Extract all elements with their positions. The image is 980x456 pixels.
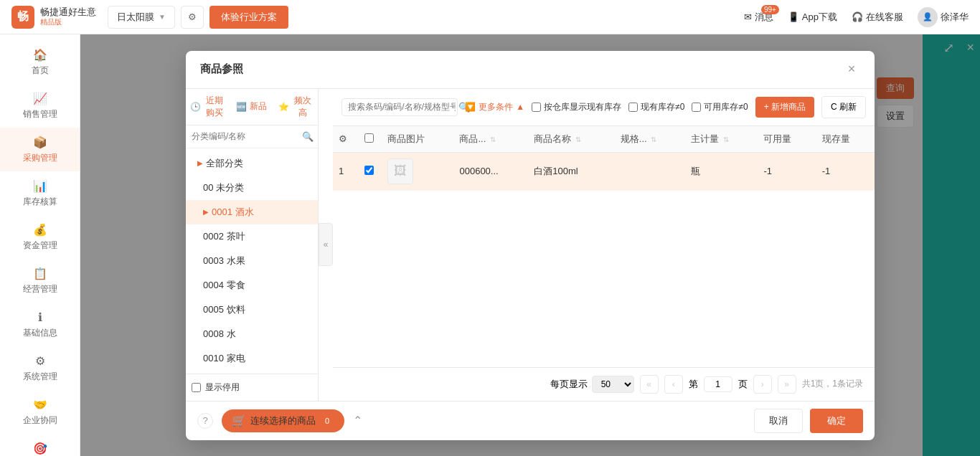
row-available-cell: -1 xyxy=(758,152,816,190)
warehouse-filter[interactable]: 按仓库显示现有库存 xyxy=(532,101,621,113)
col-stock-header[interactable]: 现存量 xyxy=(816,126,875,153)
footer-collapse-button[interactable]: ⌃ xyxy=(353,414,362,427)
show-disabled-checkbox[interactable] xyxy=(192,383,201,392)
sidebar-item-guide[interactable]: 🎯 新手引导 xyxy=(0,434,80,456)
cat-item-3[interactable]: 0003 水果 xyxy=(186,249,318,273)
available-filter[interactable]: 现有库存≠0 xyxy=(628,101,684,113)
warehouse-checkbox[interactable] xyxy=(532,103,541,112)
cat-item-1[interactable]: ▶ 0001 酒水 xyxy=(186,200,318,224)
usable-checkbox[interactable] xyxy=(692,103,701,112)
sidebar-item-inventory[interactable]: 📊 库存核算 xyxy=(0,171,80,215)
guide-icon: 🎯 xyxy=(33,441,47,455)
modal-body: 🕒 近期购买 🆕 新品 ⭐ 频次高 xyxy=(186,89,875,401)
avatar: 👤 xyxy=(918,7,938,27)
refresh-button[interactable]: C 刷新 xyxy=(821,96,866,118)
col-name-header[interactable]: 商品名称 ⇅ xyxy=(528,126,615,153)
frequent-tab[interactable]: ⭐ 频次高 xyxy=(274,89,318,125)
experience-btn[interactable]: 体验行业方案 xyxy=(209,6,288,29)
col-available-header[interactable]: 可用量 xyxy=(758,126,816,153)
col-spec-header[interactable]: 规格... ⇅ xyxy=(615,126,685,153)
messages-btn[interactable]: ✉ 消息 99+ xyxy=(744,11,773,24)
cat-item-2[interactable]: 0002 茶叶 xyxy=(186,224,318,249)
confirm-button[interactable]: 确定 xyxy=(810,409,863,433)
add-product-button[interactable]: + 新增商品 xyxy=(755,97,814,118)
help-button[interactable]: ? xyxy=(197,413,213,429)
cat-item-4[interactable]: 0004 零食 xyxy=(186,273,318,298)
modal-overlay: 商品参照 × 🕒 近期购买 🆕 xyxy=(80,34,980,456)
sidebar-item-system[interactable]: ⚙ 系统管理 xyxy=(0,346,80,390)
per-page-select[interactable]: 50100 xyxy=(592,376,634,393)
cat-item-0[interactable]: 00 未分类 xyxy=(186,176,318,200)
message-badge: 99+ xyxy=(761,5,779,14)
logo-area: 畅 畅捷通好生意 精品版 xyxy=(11,6,96,29)
cancel-button[interactable]: 取消 xyxy=(754,409,803,433)
sidebar-item-basic-info[interactable]: ℹ 基础信息 xyxy=(0,303,80,346)
cart-continuous-select-btn[interactable]: 🛒 连续选择的商品 0 xyxy=(222,409,344,432)
footer-action-buttons: 取消 确定 xyxy=(754,409,863,433)
logo-icon: 畅 xyxy=(11,6,34,29)
row-unit-cell: 瓶 xyxy=(685,152,758,190)
main-layout: 🏠 首页 📈 销售管理 📦 采购管理 📊 库存核算 💰 资金管理 📋 经营管理 … xyxy=(0,34,980,456)
cat-item-6[interactable]: 0008 水 xyxy=(186,322,318,346)
mobile-icon: 📱 xyxy=(788,11,799,22)
new-product-tab[interactable]: 🆕 新品 xyxy=(230,89,273,125)
sidebar-item-collab[interactable]: 🤝 企业协同 xyxy=(0,390,80,434)
more-filter-button[interactable]: 🔽 更多条件 ▲ xyxy=(465,101,524,113)
sidebar-item-home[interactable]: 🏠 首页 xyxy=(0,40,80,84)
row-checkbox-cell xyxy=(359,152,382,190)
recent-icon: 🕒 xyxy=(190,102,201,112)
sidebar-item-sales[interactable]: 📈 销售管理 xyxy=(0,84,80,128)
sort-spec-icon: ⇅ xyxy=(651,136,656,143)
modal-close-button[interactable]: × xyxy=(843,61,860,78)
row-spec-cell xyxy=(615,152,685,190)
sidebar-item-finance[interactable]: 💰 资金管理 xyxy=(0,215,80,259)
gear-button[interactable]: ⚙ xyxy=(181,6,204,29)
category-search-icon[interactable]: 🔍 xyxy=(302,131,314,142)
collapse-category-button[interactable]: « xyxy=(319,223,333,266)
user-menu[interactable]: 👤 徐泽华 xyxy=(918,7,969,27)
select-all-checkbox[interactable] xyxy=(364,133,374,143)
row-checkbox[interactable] xyxy=(364,166,374,175)
home-icon: 🏠 xyxy=(33,47,47,62)
sidebar-item-operations[interactable]: 📋 经营管理 xyxy=(0,259,80,303)
sidebar: 🏠 首页 📈 销售管理 📦 采购管理 📊 库存核算 💰 资金管理 📋 经营管理 … xyxy=(0,34,80,456)
col-code-header[interactable]: 商品... ⇅ xyxy=(453,126,528,153)
nav-right: ✉ 消息 99+ 📱 App下载 🎧 在线客服 👤 徐泽华 xyxy=(744,7,969,27)
row-name-cell: 白酒100ml xyxy=(528,152,615,190)
app-download-btn[interactable]: 📱 App下载 xyxy=(788,11,837,24)
new-icon: 🆕 xyxy=(236,102,247,112)
sort-unit-icon: ⇅ xyxy=(723,136,729,143)
next-page-button[interactable]: › xyxy=(753,375,772,394)
cat-item-7[interactable]: 0010 家电 xyxy=(186,346,318,371)
usable-filter[interactable]: 可用库存≠0 xyxy=(692,101,748,113)
sidebar-item-purchase[interactable]: 📦 采购管理 xyxy=(0,128,80,171)
last-page-button[interactable]: » xyxy=(778,375,796,394)
cat-item-all[interactable]: ▶ 全部分类 xyxy=(186,151,318,176)
col-settings[interactable]: ⚙ xyxy=(333,126,359,153)
category-search-input[interactable] xyxy=(192,131,299,141)
page-number-input[interactable] xyxy=(704,376,732,392)
modal-footer: ? 🛒 连续选择的商品 0 ⌃ 取消 确定 xyxy=(186,401,875,440)
prev-page-button[interactable]: ‹ xyxy=(664,375,683,394)
col-unit-header[interactable]: 主计量 ⇅ xyxy=(685,126,758,153)
first-page-button[interactable]: « xyxy=(640,375,659,394)
table-row[interactable]: 1 🖼 000600... 白酒100ml xyxy=(333,152,875,190)
cat-item-5[interactable]: 0005 饮料 xyxy=(186,298,318,322)
product-table-body: 1 🖼 000600... 白酒100ml xyxy=(333,152,875,190)
online-service-btn[interactable]: 🎧 在线客服 xyxy=(852,11,903,24)
show-disabled-label[interactable]: 显示停用 xyxy=(205,381,240,394)
product-search-box: 🔍 xyxy=(341,98,458,116)
operations-icon: 📋 xyxy=(33,266,47,280)
modal-header: 商品参照 × xyxy=(186,51,875,89)
message-icon: ✉ xyxy=(744,11,752,22)
product-search-input[interactable] xyxy=(348,102,456,112)
expand-tri-1: ▶ xyxy=(203,208,209,216)
top-nav: 畅 畅捷通好生意 精品版 日太阳膜 ▼ ⚙ 体验行业方案 ✉ 消息 99+ 📱 … xyxy=(0,0,980,34)
nav-store-select[interactable]: 日太阳膜 ▼ xyxy=(108,6,175,29)
content-area: ⤢ × 查询 设置 商品参照 × xyxy=(80,34,980,456)
available-checkbox[interactable] xyxy=(628,103,638,112)
recent-purchase-tab[interactable]: 🕒 近期购买 xyxy=(186,89,230,125)
category-list: ▶ 全部分类 00 未分类 ▶ 0001 酒水 0002 茶 xyxy=(186,148,318,374)
col-img-header: 商品图片 xyxy=(382,126,453,153)
category-tabs: 🕒 近期购买 🆕 新品 ⭐ 频次高 xyxy=(186,89,318,125)
